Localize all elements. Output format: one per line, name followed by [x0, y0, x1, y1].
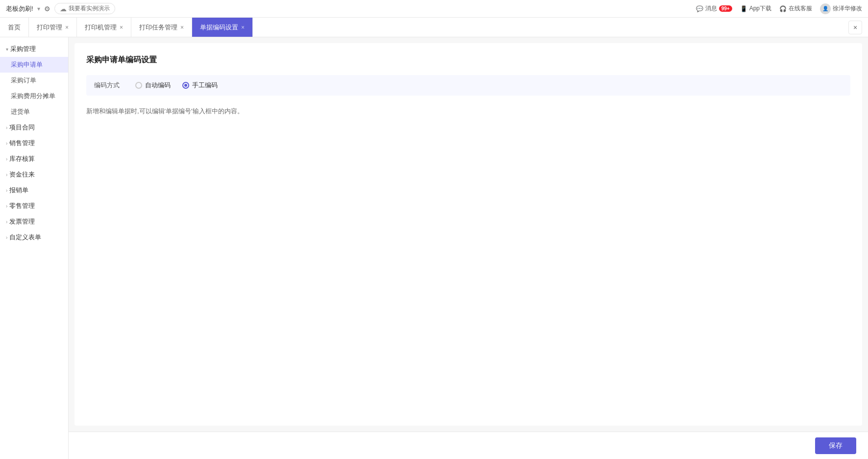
- demo-text: 我要看实例演示: [69, 4, 110, 13]
- close-all-tabs-button[interactable]: ×: [848, 21, 862, 34]
- sidebar-group-purchase[interactable]: ▾ 采购管理: [0, 41, 68, 57]
- dropdown-arrow-icon[interactable]: ▾: [37, 5, 40, 12]
- close-printer-mgmt-icon[interactable]: ×: [120, 24, 123, 31]
- sidebar-group-invoice[interactable]: › 发票管理: [0, 214, 68, 230]
- manual-code-label: 手工编码: [192, 81, 218, 90]
- tab-printer-mgmt-label: 打印机管理: [85, 23, 117, 32]
- content-inner: 采购申请单编码设置 编码方式 自动编码 手工编码 新增和编辑单据时,可以编辑'单…: [74, 43, 862, 426]
- message-button[interactable]: 💬 消息 99+: [696, 4, 732, 13]
- message-label: 消息: [705, 4, 717, 13]
- tab-print-mgmt-label: 打印管理: [37, 23, 62, 32]
- sidebar-group-project-contract[interactable]: › 项目合同: [0, 120, 68, 135]
- chevron-right-icon-sales: ›: [6, 141, 7, 146]
- avatar: 👤: [820, 3, 831, 14]
- sidebar-item-purchase-request[interactable]: 采购申请单: [0, 57, 68, 73]
- chevron-right-icon-custom: ›: [6, 235, 7, 240]
- gear-icon[interactable]: ⚙: [44, 5, 50, 13]
- online-service-button[interactable]: 🎧 在线客服: [779, 4, 812, 13]
- sidebar: ▾ 采购管理 采购申请单 采购订单 采购费用分摊单 进货单 › 项目合同 › 销…: [0, 37, 69, 459]
- user-profile[interactable]: 👤 徐泽华修改: [820, 3, 862, 14]
- sidebar-item-purchase-request-label: 采购申请单: [11, 61, 43, 68]
- save-button[interactable]: 保存: [815, 437, 856, 454]
- footer-bar: 保存: [69, 432, 868, 459]
- close-print-mgmt-icon[interactable]: ×: [65, 24, 69, 31]
- manual-code-option[interactable]: 手工编码: [182, 81, 218, 90]
- message-icon: 💬: [696, 5, 703, 12]
- sidebar-item-goods-receipt[interactable]: 进货单: [0, 104, 68, 120]
- tab-voucher-code[interactable]: 单据编码设置 ×: [192, 18, 253, 37]
- chevron-right-icon: ›: [6, 125, 7, 130]
- description-text: 新增和编辑单据时,可以编辑'单据编号'输入框中的内容。: [86, 105, 850, 117]
- sidebar-group-inventory[interactable]: › 库存核算: [0, 151, 68, 167]
- chevron-down-icon: ▾: [6, 47, 8, 52]
- chevron-right-icon-inventory: ›: [6, 156, 7, 162]
- sidebar-group-inventory-label: 库存核算: [9, 154, 35, 163]
- chevron-right-icon-invoice: ›: [6, 219, 7, 225]
- message-badge: 99+: [719, 5, 732, 12]
- tab-print-mgmt[interactable]: 打印管理 ×: [29, 18, 77, 37]
- page-title: 采购申请单编码设置: [86, 55, 850, 65]
- auto-code-label: 自动编码: [145, 81, 171, 90]
- tab-home-label: 首页: [8, 23, 21, 32]
- sidebar-item-purchase-expense[interactable]: 采购费用分摊单: [0, 88, 68, 104]
- sidebar-group-returns-label: 报销单: [9, 186, 28, 195]
- sidebar-group-purchase-label: 采购管理: [10, 45, 36, 53]
- chevron-right-icon-retail: ›: [6, 204, 7, 209]
- auto-code-option[interactable]: 自动编码: [135, 81, 171, 90]
- main-layout: ▾ 采购管理 采购申请单 采购订单 采购费用分摊单 进货单 › 项目合同 › 销…: [0, 37, 868, 459]
- brand-text: 老板勿刷!: [6, 4, 33, 13]
- sidebar-group-funds-label: 资金往来: [9, 170, 35, 179]
- close-print-task-icon[interactable]: ×: [180, 24, 184, 31]
- manual-code-radio[interactable]: [182, 82, 189, 89]
- sidebar-group-retail[interactable]: › 零售管理: [0, 198, 68, 214]
- tab-printer-mgmt[interactable]: 打印机管理 ×: [77, 18, 131, 37]
- sidebar-group-custom-form[interactable]: › 自定义表单: [0, 230, 68, 245]
- online-service-label: 在线客服: [789, 4, 812, 13]
- demo-button[interactable]: ☁ 我要看实例演示: [54, 3, 115, 14]
- sidebar-group-funds[interactable]: › 资金往来: [0, 167, 68, 182]
- top-bar: 老板勿刷! ▾ ⚙ ☁ 我要看实例演示 💬 消息 99+ 📱 App下载 🎧 在…: [0, 0, 868, 18]
- chevron-right-icon-funds: ›: [6, 172, 7, 178]
- tab-bar: 首页 打印管理 × 打印机管理 × 打印任务管理 × 单据编码设置 × ×: [0, 18, 868, 37]
- chevron-right-icon-returns: ›: [6, 188, 7, 193]
- app-icon: 📱: [740, 5, 747, 12]
- coding-label: 编码方式: [94, 81, 120, 90]
- top-bar-right: 💬 消息 99+ 📱 App下载 🎧 在线客服 👤 徐泽华修改: [696, 3, 862, 14]
- sidebar-group-custom-form-label: 自定义表单: [9, 233, 41, 242]
- user-name: 徐泽华修改: [833, 4, 862, 13]
- tab-print-task-label: 打印任务管理: [139, 23, 177, 32]
- headset-icon: 🎧: [779, 5, 787, 12]
- app-download-button[interactable]: 📱 App下载: [740, 4, 771, 13]
- content-area: 采购申请单编码设置 编码方式 自动编码 手工编码 新增和编辑单据时,可以编辑'单…: [69, 37, 868, 459]
- sidebar-item-purchase-order[interactable]: 采购订单: [0, 73, 68, 88]
- sidebar-group-returns[interactable]: › 报销单: [0, 182, 68, 198]
- tab-voucher-code-label: 单据编码设置: [200, 23, 238, 32]
- close-voucher-code-icon[interactable]: ×: [241, 24, 245, 31]
- sidebar-group-sales-label: 销售管理: [9, 139, 35, 148]
- sidebar-group-retail-label: 零售管理: [9, 202, 35, 210]
- top-bar-left: 老板勿刷! ▾ ⚙ ☁ 我要看实例演示: [6, 3, 115, 14]
- cloud-icon: ☁: [60, 5, 67, 13]
- sidebar-item-goods-receipt-label: 进货单: [11, 108, 30, 115]
- sidebar-group-project-contract-label: 项目合同: [9, 123, 35, 132]
- sidebar-item-purchase-order-label: 采购订单: [11, 76, 36, 84]
- tab-print-task[interactable]: 打印任务管理 ×: [131, 18, 192, 37]
- tab-home[interactable]: 首页: [0, 18, 29, 37]
- app-download-label: App下载: [749, 4, 771, 13]
- sidebar-group-sales[interactable]: › 销售管理: [0, 135, 68, 151]
- coding-method-row: 编码方式 自动编码 手工编码: [86, 75, 850, 96]
- sidebar-item-purchase-expense-label: 采购费用分摊单: [11, 92, 55, 100]
- auto-code-radio[interactable]: [135, 82, 142, 89]
- sidebar-group-invoice-label: 发票管理: [9, 217, 35, 226]
